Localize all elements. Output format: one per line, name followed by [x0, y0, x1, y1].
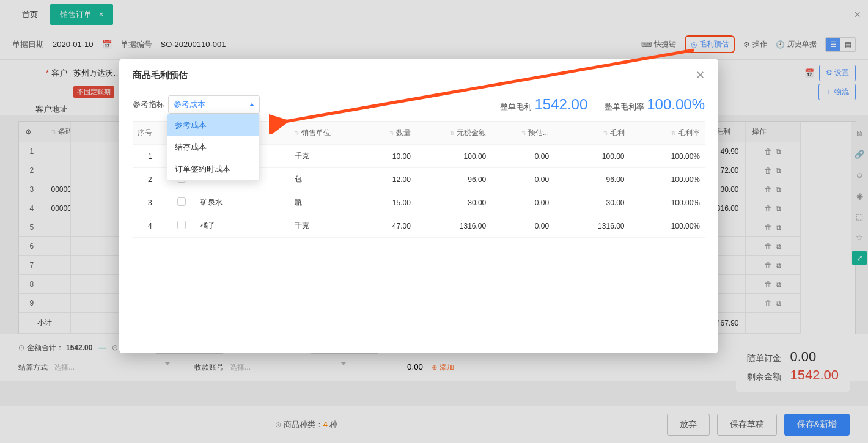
select-value: 参考成本 — [174, 99, 205, 110]
chevron-up-icon — [249, 103, 254, 106]
modal-close-icon[interactable]: ✕ — [696, 68, 705, 82]
profit-modal: 商品毛利预估 ✕ 参考指标 参考成本 参考成本 结存成本 订单签约时成本 整单毛… — [119, 59, 718, 353]
total-rate-value: 100.00% — [647, 96, 705, 112]
col-index: 序号 — [133, 122, 167, 145]
checkbox[interactable] — [177, 197, 186, 206]
col-estimate[interactable]: ⇅预估... — [491, 122, 554, 145]
col-qty[interactable]: ⇅数量 — [353, 122, 416, 145]
reference-metric-select[interactable]: 参考成本 — [168, 95, 260, 114]
reference-metric-label: 参考指标 — [133, 99, 164, 110]
col-amount-notax[interactable]: ⇅无税金额 — [416, 122, 491, 145]
total-rate-label: 整单毛利率 — [605, 102, 644, 111]
dropdown-option[interactable]: 订单签约时成本 — [167, 158, 259, 180]
dropdown-option[interactable]: 参考成本 — [167, 114, 259, 136]
modal-title: 商品毛利预估 — [133, 70, 188, 81]
total-profit-value: 1542.00 — [534, 96, 587, 112]
col-rate[interactable]: ⇅毛利率 — [630, 122, 705, 145]
reference-metric-dropdown: 参考成本 结存成本 订单签约时成本 — [167, 114, 260, 181]
dropdown-option[interactable]: 结存成本 — [167, 136, 259, 158]
total-profit-label: 整单毛利 — [500, 102, 532, 111]
col-unit[interactable]: ⇅销售单位 — [290, 122, 353, 145]
col-profit[interactable]: ⇅毛利 — [554, 122, 629, 145]
table-row[interactable]: 4橘子千克47.001316.000.001316.00100.00% — [133, 214, 705, 238]
table-row[interactable]: 3矿泉水瓶15.0030.000.0030.00100.00% — [133, 191, 705, 214]
checkbox[interactable] — [177, 221, 186, 229]
